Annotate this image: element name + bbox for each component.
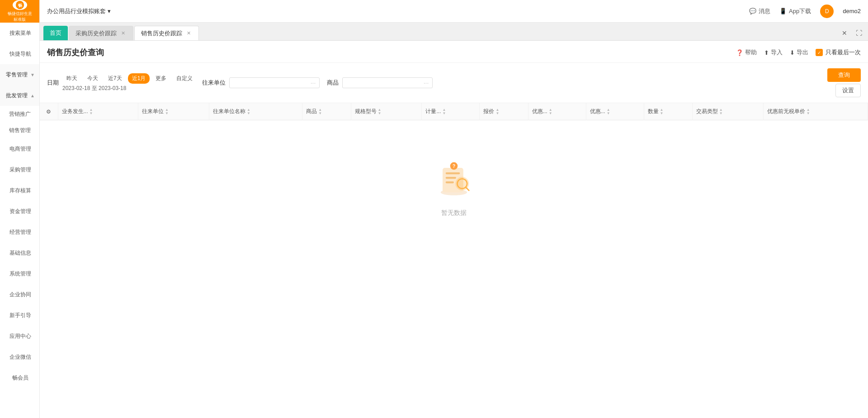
svg-rect-5	[446, 177, 456, 179]
app-download-button[interactable]: 📱 App下载	[779, 7, 811, 15]
col-unit[interactable]: 计量... ▲▼	[422, 103, 480, 120]
date-btn-7days[interactable]: 近7天	[104, 73, 126, 84]
sidebar-item-basic[interactable]: 基础信息	[0, 242, 39, 263]
col-pretax-price[interactable]: 优惠前无税单价 ▲▼	[763, 103, 868, 120]
app-logo[interactable]: 畅 畅捷信好生意 标准版	[0, 0, 39, 23]
product-input[interactable]	[346, 80, 421, 86]
col-transaction-type[interactable]: 交易类型 ▲▼	[692, 103, 763, 120]
customer-input[interactable]	[233, 80, 308, 86]
message-button[interactable]: 💬 消息	[749, 7, 770, 15]
user-avatar[interactable]: D	[820, 5, 834, 18]
sidebar-item-label: 电商管理	[9, 145, 31, 153]
sort-arrows-icon: ▲▼	[90, 108, 93, 115]
fullscreen-button[interactable]: ⛶	[854, 28, 864, 38]
sidebar-item-member[interactable]: 畅会员	[0, 367, 39, 388]
only-last-checkbox[interactable]: ✓ 只看最后一次	[816, 48, 861, 57]
message-label: 消息	[759, 7, 770, 15]
sidebar-item-shortcut[interactable]: 快捷导航	[0, 43, 39, 64]
date-btn-custom[interactable]: 自定义	[172, 73, 197, 84]
customer-input-wrapper: ···	[229, 77, 320, 88]
col-quantity[interactable]: 数量 ▲▼	[644, 103, 692, 120]
svg-rect-6	[446, 181, 454, 183]
col-customer-name[interactable]: 往来单位名称 ▲▼	[209, 103, 302, 120]
close-tab-purchase-icon[interactable]: ✕	[119, 30, 127, 37]
date-btn-1month[interactable]: 近1月	[128, 73, 150, 84]
tab-home-label: 首页	[50, 29, 61, 37]
sort-arrows-icon: ▲▼	[495, 108, 499, 115]
empty-icon: ?	[431, 157, 476, 202]
sidebar-item-enterprise[interactable]: 企业协同	[0, 284, 39, 305]
sidebar-item-finance[interactable]: 资金管理	[0, 201, 39, 222]
date-btn-today[interactable]: 今天	[83, 73, 102, 84]
col-business-date[interactable]: 业务发生... ▲▼	[58, 103, 138, 120]
product-picker-icon[interactable]: ···	[424, 79, 429, 86]
download-icon: 📱	[779, 8, 787, 14]
sort-arrows-icon: ▲▼	[549, 108, 552, 115]
sidebar-item-system[interactable]: 系统管理	[0, 263, 39, 284]
tab-sales-history[interactable]: 销售历史价跟踪 ✕	[134, 26, 199, 40]
main-content: 办公用品行业模拟账套 ▾ 💬 消息 📱 App下载 D demo2 首页 采购历…	[40, 0, 868, 418]
col-spec[interactable]: 规格型号 ▲▼	[351, 103, 422, 120]
user-name[interactable]: demo2	[843, 8, 861, 14]
sidebar-nav: 搜索菜单 快捷导航 零售管理 ▼ 批发管理 ▲ 营销推广 销售管理 电商管理 采…	[0, 23, 39, 418]
sidebar-item-purchase[interactable]: 采购管理	[0, 159, 39, 180]
sidebar-item-weixin[interactable]: 企业微信	[0, 347, 39, 367]
settings-button[interactable]: 设置	[835, 84, 861, 97]
user-avatar-initials: D	[825, 8, 829, 14]
import-label: 导入	[771, 48, 783, 57]
sidebar-item-search[interactable]: 搜索菜单	[0, 23, 39, 43]
sidebar-item-ecommerce[interactable]: 电商管理	[0, 138, 39, 159]
tab-home[interactable]: 首页	[43, 26, 68, 40]
product-input-wrapper: ···	[342, 77, 433, 88]
import-button[interactable]: ⬆ 导入	[764, 48, 783, 57]
col-settings[interactable]: ⚙	[40, 103, 58, 120]
query-button[interactable]: 查询	[827, 68, 861, 82]
product-filter-group: 商品 ···	[327, 77, 433, 88]
filter-middle: 往来单位 ··· 商品 ···	[202, 77, 822, 88]
sidebar-item-retail[interactable]: 零售管理 ▼	[0, 64, 39, 85]
col-product[interactable]: 商品 ▲▼	[302, 103, 351, 120]
date-filter-group: 日期 昨天 今天 近7天 近1月 更多 自定义 2023-02-18 至 202…	[47, 73, 197, 92]
page-title: 销售历史价查询	[47, 47, 104, 58]
svg-text:畅: 畅	[18, 3, 22, 8]
sidebar-item-newbie[interactable]: 新手引导	[0, 305, 39, 326]
tab-sales-history-label: 销售历史价跟踪	[141, 29, 182, 38]
col-quoted-price[interactable]: 报价 ▲▼	[480, 103, 528, 120]
date-btn-yesterday[interactable]: 昨天	[62, 73, 81, 84]
topbar-right: 💬 消息 📱 App下载 D demo2	[749, 5, 861, 18]
customer-picker-icon[interactable]: ···	[311, 79, 316, 86]
help-button[interactable]: ❓ 帮助	[736, 48, 757, 57]
page-actions: ❓ 帮助 ⬆ 导入 ⬇ 导出 ✓ 只看最后一次	[736, 48, 861, 57]
sidebar-item-label: 资金管理	[9, 208, 31, 215]
sidebar-item-marketing[interactable]: 营销推广	[0, 106, 39, 122]
logo-icon: 畅	[13, 0, 27, 10]
sort-arrows-icon: ▲▼	[378, 108, 382, 115]
date-range-display: 2023-02-18 至 2023-03-18	[62, 85, 197, 92]
export-button[interactable]: ⬇ 导出	[790, 48, 808, 57]
app-version: 标准版	[14, 17, 26, 23]
empty-state: ? 暂无数据	[40, 120, 868, 253]
col-customer-code[interactable]: 往来单位 ▲▼	[138, 103, 209, 120]
sort-arrows-icon: ▲▼	[607, 108, 610, 115]
date-btn-more[interactable]: 更多	[151, 73, 170, 84]
col-discount2[interactable]: 优惠... ▲▼	[586, 103, 644, 120]
sidebar-item-sales[interactable]: 销售管理	[0, 122, 39, 138]
sidebar-item-wholesale[interactable]: 批发管理 ▲	[0, 85, 39, 106]
sort-arrows-icon: ▲▼	[660, 108, 664, 115]
close-tab-sales-icon[interactable]: ✕	[185, 30, 192, 37]
sidebar-item-label: 库存核算	[9, 187, 31, 195]
table-wrapper: ⚙ 业务发生... ▲▼ 往来单位 ▲▼	[40, 103, 868, 253]
sidebar-item-apps[interactable]: 应用中心	[0, 326, 39, 347]
sidebar-item-operation[interactable]: 经营管理	[0, 222, 39, 242]
customer-filter-group: 往来单位 ···	[202, 77, 320, 88]
account-selector[interactable]: 办公用品行业模拟账套 ▾	[47, 7, 111, 15]
sidebar-item-inventory[interactable]: 库存核算	[0, 180, 39, 201]
col-discount1[interactable]: 优惠... ▲▼	[528, 103, 586, 120]
close-all-tabs-button[interactable]: ✕	[839, 28, 850, 38]
tab-purchase-history[interactable]: 采购历史价跟踪 ✕	[69, 26, 133, 40]
import-icon: ⬆	[764, 49, 769, 56]
chevron-up-icon: ▲	[30, 93, 35, 98]
sidebar-item-label: 销售管理	[9, 127, 31, 134]
dropdown-icon: ▾	[108, 8, 111, 14]
product-label: 商品	[327, 79, 339, 87]
